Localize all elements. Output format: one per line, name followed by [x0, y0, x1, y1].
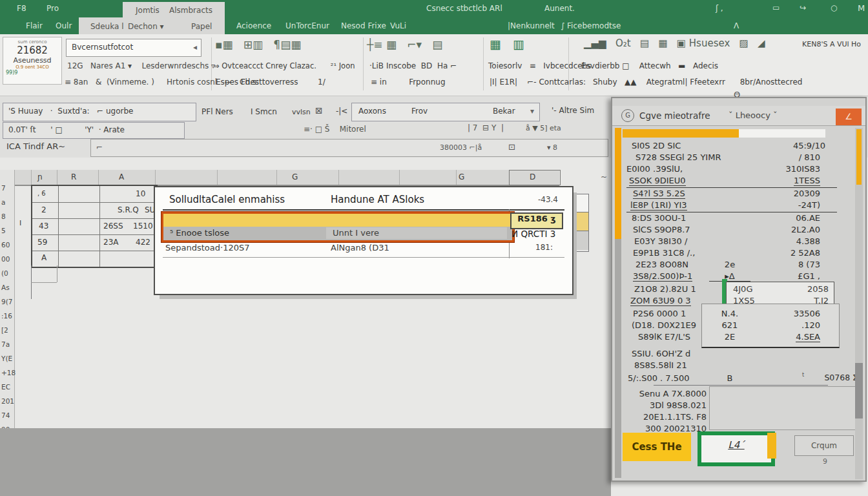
list-item[interactable]: SSOK 9DIEU01TESS	[626, 176, 837, 188]
col-header-a[interactable]: A	[119, 172, 124, 181]
vvlsn-label[interactable]: vvlsn	[292, 108, 311, 116]
chevron-down-icon[interactable]: ▾	[530, 107, 534, 116]
column-headers[interactable]: ɲ R A G G D	[14, 170, 559, 186]
tab-acioence[interactable]: Acioence	[236, 21, 271, 30]
tab-vuli[interactable]: VuLi	[390, 21, 406, 30]
sort-icons[interactable]: å ▼ 5] eta	[526, 124, 561, 132]
close-button[interactable]: ∠	[836, 108, 862, 125]
tab-flair[interactable]: Flair	[26, 21, 43, 30]
format-box[interactable]: 0.0T' ſt ' □ 'Y' · Arate	[3, 122, 185, 139]
row-number[interactable]: 9(7	[1, 298, 13, 305]
chart-icons[interactable]: ▁▄▆ O₂t ▤ ▦ ▣ Hsuesex ▨ ◢	[584, 37, 765, 49]
list-item[interactable]: E0I00 .39SlU,310IS83	[626, 164, 837, 176]
back-icon[interactable]: G	[621, 109, 634, 122]
list-item[interactable]: S89lK E7/L'S2E4.SEA	[626, 332, 837, 344]
list-item[interactable]: P2S6 0000 1N.4.33506	[626, 309, 837, 320]
selected-row[interactable]: ⁵ Enooe tslose Unnt I vere	[161, 212, 514, 242]
cells-label-row[interactable]: Esvdierbb □ Attecwh ▬ Adecis	[581, 61, 718, 70]
secondary-button[interactable]: Crqum	[794, 435, 854, 456]
fx-menu-item[interactable]: ∫ Ficebemodtse	[561, 21, 621, 30]
row-number[interactable]: EC	[1, 383, 13, 391]
scrollbar-thumb[interactable]	[855, 363, 863, 418]
account-badge[interactable]: M	[858, 3, 865, 13]
row-number[interactable]: 00	[1, 255, 13, 263]
i-smcn-label[interactable]: I Smcn	[251, 107, 277, 116]
side-cell-column[interactable]	[571, 194, 589, 252]
name-box[interactable]: ICA Tindf AR~	[6, 141, 65, 151]
table-icons[interactable]: ▦ ▥	[490, 37, 524, 51]
autosave-label[interactable]: Aunent.	[544, 4, 575, 13]
altre-sim-label[interactable]: '- Altre Sim	[552, 106, 594, 115]
row-number[interactable]: (0	[1, 269, 13, 277]
alignment-label-row2[interactable]: Espes Fdesttoverress 1/	[216, 78, 326, 87]
formula-input[interactable]: ⌐ 380003 ⌐|å ⊡ ▾ 8	[90, 139, 608, 157]
tab-nenkunnelt[interactable]: |Nenkunnelt	[508, 21, 555, 30]
row-number[interactable]: 74	[1, 411, 13, 419]
alignment-icons[interactable]: ▪▦ ⊞▥ ¶▤▦	[215, 38, 301, 51]
pfl-ners-label[interactable]: PFl Ners	[202, 107, 233, 116]
tab-oulr[interactable]: Oulr	[56, 21, 72, 30]
aoxons-label[interactable]: Aoxons	[358, 107, 386, 116]
tab-alsmbracts[interactable]: Alsmbracts	[169, 6, 212, 15]
collapse-icon[interactable]: Λ	[734, 21, 739, 30]
col-header-g2[interactable]: G	[459, 172, 464, 181]
number-label-row2[interactable]: ≡ in Frponnug	[371, 78, 446, 87]
stats-card[interactable]: sum ceronco 21682 Aseunessd O.9 oent 34C…	[3, 37, 62, 85]
row-number[interactable]: a	[1, 198, 13, 206]
row-number[interactable]: 7	[1, 184, 13, 192]
list-item[interactable]: SlCS S9OP8.72L2.A0	[626, 225, 837, 236]
highlighted-cell[interactable]	[572, 212, 588, 231]
filter-box[interactable]: Aoxons Frov Bekar ▾	[351, 103, 540, 121]
row-number[interactable]: 201	[1, 397, 13, 405]
panel-subtitle[interactable]: ˇ Lheoocy ˇ	[728, 110, 778, 120]
list-item[interactable]: 8:DS 30OU-106.AE	[626, 213, 837, 225]
row-number[interactable]: As	[1, 284, 13, 291]
pen-icon[interactable]: ʃ ,	[716, 4, 723, 13]
number-icons[interactable]: ┼≡ ▦ ⌐▾ ▤	[367, 38, 442, 51]
tab-jomtis[interactable]: Jomtis	[136, 6, 160, 15]
list-item[interactable]: E03Y 38I30 /4.388	[626, 236, 837, 248]
list-item[interactable]: E9P1B 31C8 /.,2 52A8	[626, 248, 837, 260]
tab-sdeuka[interactable]: Sdeuka l	[90, 22, 123, 31]
tab-untorcenur[interactable]: UnTorcEnur	[285, 21, 329, 30]
list-item[interactable]: SSIU. 6OH'Z d	[626, 349, 837, 360]
range-box[interactable]: 'S Huuay · Suxtd'a: ⌐ ugorbe	[3, 103, 196, 121]
number-label-row[interactable]: ·LiB Inscobe BD Ha ⌐	[369, 61, 457, 70]
ribbon-display-icon[interactable]: ▭	[772, 3, 780, 12]
help-label[interactable]: KEN8'S A VUl Ho	[802, 40, 861, 48]
tab-dechon[interactable]: Dechon ▾	[128, 22, 164, 31]
file-menu[interactable]: F8	[17, 4, 26, 13]
list-item[interactable]: SI0S 2D SIC45:9/10	[626, 141, 842, 152]
list-item[interactable]: (D18. D0X21E9621.120	[626, 320, 837, 332]
list-item[interactable]: S728 SSEGl 25 YIMR/ 810	[626, 152, 837, 164]
alignment-label-row[interactable]: ⇒ Ovtceaccct Cnrey Clazac. ²¹ Joon	[213, 61, 355, 70]
frov-label[interactable]: Frov	[411, 107, 428, 116]
signature-button[interactable]: L4ˊ	[698, 431, 775, 466]
search-icon[interactable]: ○	[831, 3, 837, 12]
font-tools-row[interactable]: 12G Nares A1 ▾ Lesderwnrdeschs ▿	[67, 61, 215, 70]
data-grid[interactable]: , 6 10 2 S.R.Q SUS 43 26SS 1510 59 23A 4…	[31, 185, 158, 268]
bekar-label[interactable]: Bekar	[493, 107, 515, 116]
list-item[interactable]: 8S8S.58lI 21	[626, 360, 837, 372]
styles-label-row2[interactable]: |I| E1R| ⌐- Conttcarlas:	[490, 78, 586, 87]
dialog-row[interactable]: Sepandstoad·120S7 AlNgan8 (D31	[161, 240, 510, 257]
panel-title-bar[interactable]: G Cgve mieotrafre ˇ Lheoocy ˇ	[612, 106, 865, 126]
primary-action-button[interactable]: Cess THe	[623, 433, 691, 461]
row-number[interactable]: :16	[1, 312, 13, 320]
styles-label-row[interactable]: Toiesorlv ≡ Ivbcecdcehs	[488, 61, 592, 70]
row-number[interactable]: +18	[1, 369, 13, 377]
tab-nesod-frixe[interactable]: Nesod Frixe	[341, 21, 386, 30]
font-combobox[interactable]: Bvcernsutfotcot ◂	[66, 39, 202, 57]
row-number[interactable]: 8	[1, 212, 13, 220]
col-header-n[interactable]: ɲ	[37, 172, 43, 181]
col-header-g1[interactable]: G	[292, 172, 298, 181]
list-item[interactable]: lE8P (1RI) YI3-24T)	[626, 200, 837, 212]
dropdown-icon[interactable]: ▾ 8	[547, 143, 557, 152]
share-icon[interactable]: ↪	[800, 3, 806, 12]
tab-papel[interactable]: Papel	[191, 22, 212, 31]
checkbox-icon[interactable]: ⊠	[315, 105, 323, 116]
col-header-r[interactable]: R	[71, 172, 76, 181]
row-number[interactable]: 7a	[1, 340, 13, 348]
row-number[interactable]: 5	[1, 227, 13, 234]
highlighted-value-box[interactable]: RS186 ʒ	[510, 212, 563, 229]
